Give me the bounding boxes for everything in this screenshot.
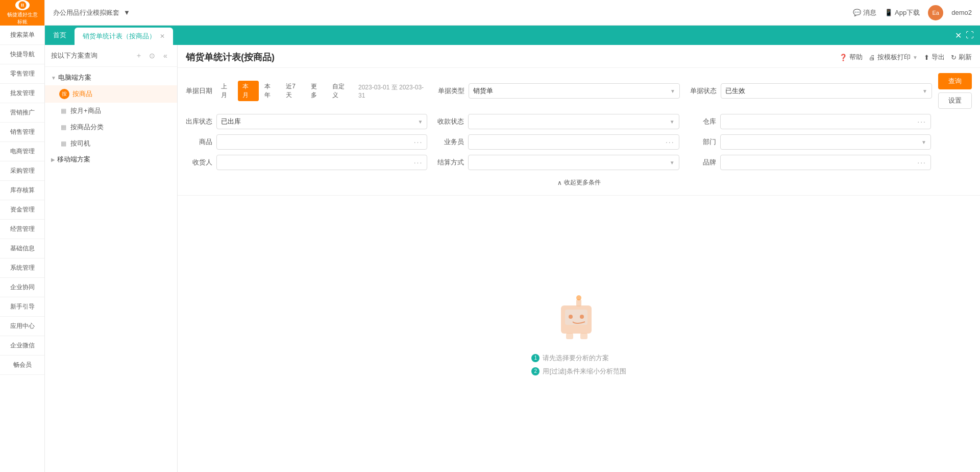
sidebar-item-basic[interactable]: 基础信息 xyxy=(0,239,44,258)
salesman-control[interactable]: ··· xyxy=(468,134,679,150)
sidebar-item-purchase[interactable]: 采购管理 xyxy=(0,161,44,181)
date-tab-this-year[interactable]: 本年 xyxy=(260,81,280,101)
sidebar-item-system[interactable]: 系统管理 xyxy=(0,258,44,278)
product-dots: ··· xyxy=(414,138,423,146)
scheme-item-by-cashier[interactable]: ▦ 按司机 xyxy=(45,135,177,152)
brand-control[interactable]: ··· xyxy=(720,155,931,170)
message-label: 消息 xyxy=(863,8,876,17)
page-title-bar: 销货单统计表(按商品) ❓ 帮助 🖨 按模板打印 ▼ ⬆ 导出 xyxy=(178,45,980,68)
warehouse-field: 仓库 ··· xyxy=(690,114,931,129)
app-download-btn[interactable]: 📱 App下载 xyxy=(885,8,920,17)
doc-status-value: 已生效 xyxy=(725,86,745,96)
sidebar-item-apps[interactable]: 应用中心 xyxy=(0,317,44,336)
desktop-group-arrow: ▼ xyxy=(51,75,56,81)
settings-btn[interactable]: 设置 xyxy=(938,92,972,109)
collapse-btn[interactable]: ∧ 收起更多条件 xyxy=(186,175,972,190)
query-btn[interactable]: 查询 xyxy=(938,73,972,89)
tab-stats[interactable]: 销货单统计表（按商品） ✕ xyxy=(75,28,173,45)
recv-status-control[interactable]: ▼ xyxy=(468,114,679,129)
scheme-item-by-category[interactable]: ▦ 按商品分类 xyxy=(45,119,177,135)
empty-step2: 2 用[过滤]条件来缩小分析范围 xyxy=(531,365,626,378)
help-icon: ❓ xyxy=(839,54,847,61)
scheme-section: ▼ 电脑端方案 按 按商品 ▦ 按月+商品 ▦ 按商品分类 ▦ 按司机 xyxy=(45,67,177,170)
product-control[interactable]: ··· xyxy=(216,134,427,150)
doc-status-control[interactable]: 已生效 ▼ xyxy=(721,83,932,99)
message-btn[interactable]: 💬 消息 xyxy=(853,8,876,17)
print-btn[interactable]: 🖨 按模板打印 ▼ xyxy=(869,53,918,62)
salesman-field: 业务员 ··· xyxy=(437,134,679,150)
print-icon: 🖨 xyxy=(869,54,875,61)
refresh-btn[interactable]: ↻ 刷新 xyxy=(951,53,972,62)
top-header: 办公用品行业模拟账套 ▼ 💬 消息 📱 App下载 Ea demo2 xyxy=(45,0,980,26)
svg-rect-6 xyxy=(566,333,573,339)
tab-close-icon[interactable]: ✕ xyxy=(955,31,962,40)
out-status-control[interactable]: 已出库 ▼ xyxy=(216,114,427,129)
collapse-panel-btn[interactable]: « xyxy=(160,50,171,61)
desktop-group-header[interactable]: ▼ 电脑端方案 xyxy=(45,70,177,85)
export-icon: ⬆ xyxy=(924,54,929,61)
brand-label: 品牌 xyxy=(690,158,720,167)
avatar-initials: Ea xyxy=(933,10,939,16)
department-control[interactable]: ▼ xyxy=(720,134,931,150)
avatar[interactable]: Ea xyxy=(928,5,943,20)
scheme-icon-cashier: ▦ xyxy=(59,139,67,148)
date-label: 单据日期 xyxy=(186,86,216,96)
add-scheme-btn[interactable]: ＋ xyxy=(133,50,144,61)
doc-status-arrow: ▼ xyxy=(922,88,927,94)
date-tab-7days[interactable]: 近7天 xyxy=(281,81,305,101)
recipient-control[interactable]: ··· xyxy=(216,155,427,170)
tab-maximize-icon[interactable]: ⛶ xyxy=(966,31,974,40)
settlement-label: 结算方式 xyxy=(437,158,468,167)
date-tab-more[interactable]: 更多 xyxy=(306,81,327,101)
step2-text: 用[过滤]条件来缩小分析范围 xyxy=(543,365,626,378)
sidebar-item-marketing[interactable]: 营销推广 xyxy=(0,103,44,123)
sidebar-item-enterprise[interactable]: 企业协同 xyxy=(0,278,44,297)
breadcrumb-arrow[interactable]: ▼ xyxy=(124,9,130,16)
print-dropdown-arrow: ▼ xyxy=(913,55,918,60)
help-btn[interactable]: ❓ 帮助 xyxy=(839,53,863,62)
tab-bar-actions: ✕ ⛶ xyxy=(949,31,980,40)
sidebar-item-wechat[interactable]: 企业微信 xyxy=(0,336,44,356)
edit-scheme-btn[interactable]: ⊙ xyxy=(146,50,158,61)
scheme-item-by-product[interactable]: 按 按商品 xyxy=(45,85,177,103)
page-title: 销货单统计表(按商品) xyxy=(186,51,275,63)
date-tab-custom[interactable]: 自定义 xyxy=(328,81,354,101)
settlement-control[interactable]: ▼ xyxy=(468,155,679,170)
tab-close-btn[interactable]: ✕ xyxy=(160,33,165,40)
doc-status-label: 单据状态 xyxy=(690,86,721,96)
sidebar-item-retail[interactable]: 零售管理 xyxy=(0,64,44,84)
tab-home[interactable]: 首页 xyxy=(45,26,75,45)
sidebar-item-operation[interactable]: 经营管理 xyxy=(0,220,44,239)
sidebar-item-finance[interactable]: 资金管理 xyxy=(0,200,44,220)
product-field: 商品 ··· xyxy=(186,134,427,150)
date-tab-this-month[interactable]: 本月 xyxy=(238,81,258,101)
sidebar-item-inventory[interactable]: 库存核算 xyxy=(0,181,44,200)
user-name: demo2 xyxy=(951,9,972,16)
scheme-item-by-month-product[interactable]: ▦ 按月+商品 xyxy=(45,103,177,119)
help-label: 帮助 xyxy=(849,53,863,62)
doc-type-control[interactable]: 销货单 ▼ xyxy=(469,83,680,99)
breadcrumb-text: 办公用品行业模拟账套 xyxy=(53,8,119,17)
doc-type-label: 单据类型 xyxy=(438,86,469,96)
date-tabs: 上月 本月 本年 近7天 更多 自定义 xyxy=(216,81,354,101)
warehouse-label: 仓库 xyxy=(690,117,720,126)
svg-rect-4 xyxy=(576,299,581,306)
filter-area: 单据日期 上月 本月 本年 近7天 更多 自定义 2023-03-01 至 20… xyxy=(178,68,980,196)
empty-state: 1 请先选择要分析的方案 2 用[过滤]条件来缩小分析范围 xyxy=(178,196,980,472)
step1-num: 1 xyxy=(531,354,540,362)
doc-type-value: 销货单 xyxy=(473,86,493,96)
sidebar-item-shortcut[interactable]: 快捷导航 xyxy=(0,45,44,64)
sidebar-item-member[interactable]: 畅会员 xyxy=(0,356,44,375)
sidebar-item-ecommerce[interactable]: 电商管理 xyxy=(0,142,44,161)
sidebar-item-search[interactable]: 搜索菜单 xyxy=(0,26,44,45)
sidebar-item-sales[interactable]: 销售管理 xyxy=(0,123,44,142)
warehouse-control[interactable]: ··· xyxy=(720,114,931,129)
export-btn[interactable]: ⬆ 导出 xyxy=(924,53,945,62)
sidebar-item-wholesale[interactable]: 批发管理 xyxy=(0,84,44,103)
sidebar-item-newbie[interactable]: 新手引导 xyxy=(0,297,44,317)
mobile-group-header[interactable]: ▶ 移动端方案 xyxy=(45,152,177,167)
right-panel: 销货单统计表(按商品) ❓ 帮助 🖨 按模板打印 ▼ ⬆ 导出 xyxy=(178,45,980,472)
date-tab-last-month[interactable]: 上月 xyxy=(216,81,237,101)
settlement-field: 结算方式 ▼ xyxy=(437,155,679,170)
tab-stats-label: 销货单统计表（按商品） xyxy=(83,32,156,41)
